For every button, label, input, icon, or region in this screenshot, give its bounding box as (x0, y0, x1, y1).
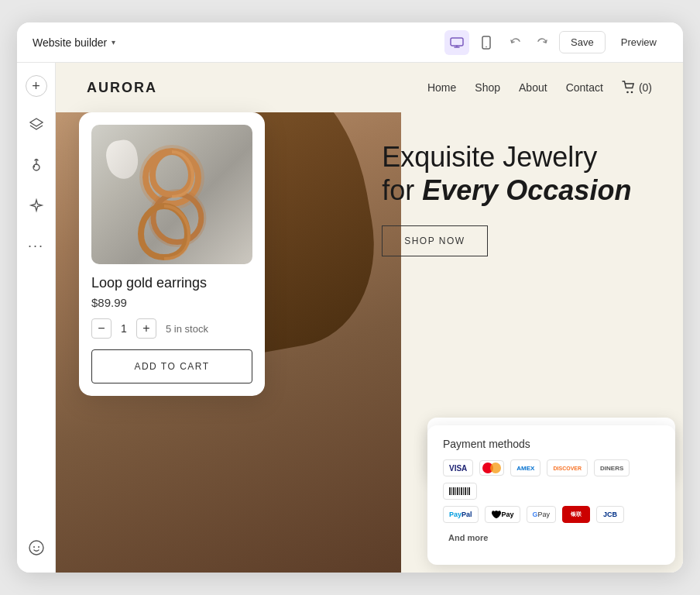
desktop-view-button[interactable] (444, 30, 469, 55)
svg-rect-17 (461, 487, 462, 495)
svg-rect-15 (457, 487, 458, 495)
left-sidebar: + ··· (17, 63, 56, 573)
quantity-increase-button[interactable]: + (136, 318, 156, 339)
diners-badge: DINERS (594, 459, 630, 476)
site-nav: AURORA Home Shop About Contact (0) (56, 63, 683, 112)
nav-contact[interactable]: Contact (566, 81, 603, 94)
googlepay-badge: GPay (527, 506, 557, 523)
jcb-badge: JCB (596, 506, 624, 523)
payment-title: Payment methods (443, 438, 660, 450)
website-builder-button[interactable]: Website builder ▾ (33, 36, 115, 49)
hero-title-italic: Every Occasion (422, 174, 631, 206)
payment-row-1: VISA AMEX DISCOVER DINERS (443, 459, 660, 500)
svg-rect-12 (451, 487, 452, 495)
add-element-button[interactable]: + (26, 75, 47, 97)
cart-count: (0) (639, 81, 652, 94)
amex-badge: AMEX (510, 459, 540, 476)
svg-point-5 (33, 166, 34, 167)
applepay-badge: Pay (485, 506, 520, 523)
svg-point-7 (33, 546, 35, 548)
svg-rect-13 (453, 487, 455, 495)
svg-rect-18 (463, 487, 464, 495)
app-window: Website builder ▾ Save Preview (17, 22, 683, 573)
svg-marker-3 (30, 119, 43, 126)
svg-rect-14 (455, 487, 456, 495)
payment-row-2: PayPal Pay GPay 银联 JCB And more (443, 506, 660, 546)
stock-text: 5 in stock (166, 323, 208, 335)
svg-point-6 (29, 541, 43, 555)
svg-rect-16 (459, 487, 460, 495)
svg-point-10 (631, 91, 633, 94)
add-to-cart-button[interactable]: ADD TO CART (91, 349, 252, 383)
nav-about[interactable]: About (519, 81, 547, 94)
boleto-badge (443, 483, 477, 500)
unionpay-badge: 银联 (562, 506, 590, 523)
nav-shop[interactable]: Shop (475, 81, 500, 94)
svg-point-8 (38, 546, 39, 548)
svg-point-2 (486, 46, 487, 47)
top-bar-icons: Save Preview (444, 30, 667, 55)
svg-rect-11 (449, 487, 451, 495)
mastercard-badge (479, 460, 504, 476)
svg-rect-21 (468, 487, 470, 495)
sparkle-icon[interactable] (24, 193, 49, 218)
layers-icon[interactable] (24, 112, 49, 137)
more-options-icon[interactable]: ··· (24, 233, 49, 258)
svg-rect-20 (467, 487, 468, 495)
svg-rect-0 (451, 38, 463, 46)
hero-text-block: Exquisite Jewelry for Every Occasion SHO… (366, 125, 667, 272)
product-price: $89.99 (91, 296, 252, 309)
save-button[interactable]: Save (559, 31, 606, 53)
top-bar: Website builder ▾ Save Preview (17, 22, 683, 63)
face-icon[interactable] (24, 535, 49, 560)
quantity-value: 1 (118, 322, 130, 335)
quantity-decrease-button[interactable]: − (91, 318, 112, 339)
payment-card: Payment methods VISA AMEX DISCOVER DINER… (427, 425, 675, 565)
product-card: Loop gold earrings $89.99 − 1 + 5 in sto… (79, 112, 265, 396)
chevron-down-icon: ▾ (112, 38, 115, 46)
quantity-row: − 1 + 5 in stock (91, 318, 252, 339)
undo-redo-group (503, 30, 554, 55)
and-more-badge: And more (443, 529, 493, 546)
paypal-badge: PayPal (443, 506, 479, 523)
website-preview: AURORA Home Shop About Contact (0) Exqui… (56, 63, 683, 573)
nav-home[interactable]: Home (427, 81, 456, 94)
svg-rect-19 (465, 487, 466, 495)
design-icon[interactable] (24, 153, 49, 177)
undo-button[interactable] (503, 30, 528, 55)
mobile-view-button[interactable] (474, 30, 499, 55)
shop-now-button[interactable]: SHOP NOW (382, 225, 487, 256)
redo-button[interactable] (530, 30, 554, 55)
product-image (91, 125, 252, 264)
cart-icon[interactable]: (0) (622, 81, 652, 95)
discover-badge: DISCOVER (547, 459, 588, 476)
visa-badge: VISA (443, 459, 473, 476)
main-area: + ··· AURORA Home Sh (17, 63, 683, 573)
product-name: Loop gold earrings (91, 275, 252, 291)
website-builder-label: Website builder (33, 36, 107, 49)
site-nav-links: Home Shop About Contact (0) (427, 81, 652, 95)
site-logo: AURORA (87, 80, 157, 96)
svg-point-9 (626, 91, 629, 94)
preview-button[interactable]: Preview (610, 32, 667, 53)
hero-title: Exquisite Jewelry for Every Occasion (382, 140, 652, 207)
